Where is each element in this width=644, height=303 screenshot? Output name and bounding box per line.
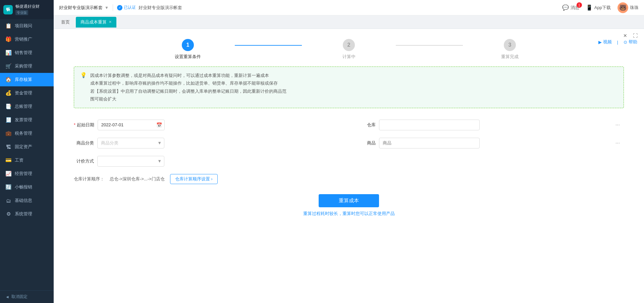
sidebar-item-inventory[interactable]: 🏠 库存核算 — [0, 73, 54, 86]
finance-icon: 💰 — [5, 90, 11, 96]
sidebar-item-payroll[interactable]: 💳 工资 — [0, 154, 54, 167]
sidebar-label-inventory: 库存核算 — [15, 77, 32, 83]
pricing-label: 计价方式 — [74, 158, 94, 164]
sidebar-item-purchase[interactable]: 🛒 采购管理 — [0, 59, 54, 73]
calc-order-settings-button[interactable]: 仓库计算顺序设置 › — [170, 174, 218, 184]
help-link[interactable]: ⊙ 帮助 — [624, 39, 637, 45]
sidebar-label-sales: 销售管理 — [15, 50, 32, 56]
base-icon: 🗂 — [5, 198, 11, 204]
account-dropdown-icon: ▼ — [105, 5, 109, 10]
sidebar-label-finance: 资金管理 — [15, 90, 32, 96]
form-row-1: 起始日期 📅 仓库 ··· — [74, 120, 624, 130]
shield-icon: ✓ — [117, 5, 122, 10]
sidebar-item-system[interactable]: ⚙ 系统管理 — [0, 207, 54, 221]
calc-order-label: 仓库计算顺序： — [74, 176, 104, 182]
calc-order-value: 总仓->深圳仓库->...->门店仓 — [110, 176, 165, 182]
calc-order-row: 仓库计算顺序： 总仓->深圳仓库->...->门店仓 仓库计算顺序设置 › — [74, 174, 624, 184]
calendar-icon[interactable]: 📅 — [156, 122, 162, 128]
step-2-circle: 2 — [343, 39, 355, 51]
wizard-step-1: 1 设置重算条件 — [141, 39, 235, 60]
sidebar-label-project: 项目顾问 — [15, 23, 32, 29]
user-avatar[interactable]: 🐻 珠珠 — [618, 2, 639, 13]
sidebar-item-operation[interactable]: 📈 经营管理 — [0, 167, 54, 180]
marketing-icon: 🎁 — [5, 36, 11, 42]
expand-icon: ⛶ — [633, 33, 638, 38]
operation-icon: 📈 — [5, 171, 11, 177]
invoice-icon: 🧾 — [5, 117, 11, 123]
sidebar-label-marketing: 营销推广 — [15, 36, 32, 42]
sidebar-item-assets[interactable]: 🏗 固定资产 — [0, 140, 54, 154]
recalc-section: 重算成本 重算过程耗时较长，重算时您可以正常使用产品 — [74, 194, 624, 217]
warehouse-more-icon[interactable]: ··· — [614, 122, 621, 128]
step-3-circle: 3 — [504, 39, 516, 51]
sidebar-label-invoice: 发票管理 — [15, 117, 32, 123]
sidebar-item-accounting[interactable]: 📑 总账管理 — [0, 100, 54, 113]
inventory-icon: 🏠 — [5, 77, 11, 83]
tabbar: 首页 商品成本重算 ✕ — [54, 15, 644, 29]
category-select[interactable]: 商品分类 — [97, 138, 164, 148]
start-date-input[interactable] — [98, 120, 165, 130]
system-icon: ⚙ — [5, 211, 11, 217]
close-window-button[interactable]: ✕ — [622, 32, 629, 39]
tab-recalc[interactable]: 商品成本重算 ✕ — [76, 17, 116, 28]
assets-icon: 🏗 — [5, 144, 11, 150]
warehouse-input[interactable] — [379, 120, 480, 130]
recalc-button[interactable]: 重算成本 — [319, 194, 379, 207]
sidebar-item-tax[interactable]: 💼 税务管理 — [0, 127, 54, 140]
info-text: 因成本计算参数调整，或是对商品成本有疑问时，可以通过成本重算功能，重新计算一遍成… — [90, 72, 286, 103]
app-download-button[interactable]: 📱 App下载 — [586, 4, 611, 11]
unpin-icon: ◄ — [5, 295, 9, 299]
pricing-select-wrapper: ▼ — [97, 156, 164, 167]
warehouse-label: 仓库 — [356, 122, 376, 128]
tab-recalc-label: 商品成本重算 — [80, 19, 107, 25]
product-input[interactable] — [379, 138, 480, 148]
recalc-hint: 重算过程耗时较长，重算时您可以正常使用产品 — [303, 211, 395, 217]
avatar: 🐻 — [618, 2, 628, 13]
sidebar-label-tax: 税务管理 — [15, 130, 32, 136]
message-icon: 💬 — [562, 4, 569, 11]
sidebar-item-expense[interactable]: 🔄 小畅报销 — [0, 180, 54, 194]
tab-home[interactable]: 首页 — [56, 17, 74, 28]
message-button[interactable]: 💬 消息 1 — [562, 4, 579, 11]
content-area: ✕ ⛶ 1 设置重算条件 2 计算中 — [54, 29, 644, 303]
help-video-link[interactable]: ▶ 视频 — [598, 39, 612, 45]
sidebar-item-sales[interactable]: 📊 销售管理 — [0, 46, 54, 59]
tab-close-icon[interactable]: ✕ — [109, 20, 112, 24]
product-more-icon[interactable]: ··· — [614, 140, 621, 146]
account-selector[interactable]: 好业财专业版演示帐套 ▼ — [59, 5, 109, 11]
username-label: 珠珠 — [630, 5, 639, 11]
payroll-icon: 💳 — [5, 157, 11, 163]
sidebar-label-assets: 固定资产 — [15, 144, 32, 150]
warehouse-wrapper: ··· — [379, 120, 624, 130]
sidebar-unpin-button[interactable]: ◄ 取消固定 — [0, 290, 54, 303]
product-label: 商品 — [356, 140, 376, 146]
topbar-right: 💬 消息 1 📱 App下载 🐻 珠珠 — [562, 2, 639, 13]
pricing-select[interactable] — [97, 156, 164, 167]
app-logo-icon: 畅 — [3, 5, 13, 14]
sidebar-label-system: 系统管理 — [15, 211, 32, 217]
sidebar-item-invoice[interactable]: 🧾 发票管理 — [0, 113, 54, 127]
expand-window-button[interactable]: ⛶ — [632, 32, 639, 39]
accounting-icon: 📑 — [5, 103, 11, 110]
sidebar-logo: 畅 畅捷通好业财 专业版 — [0, 0, 54, 19]
info-box: 💡 因成本计算参数调整，或是对商品成本有疑问时，可以通过成本重算功能，重新计算一… — [74, 67, 624, 108]
category-group: 商品分类 商品分类 ▼ — [74, 138, 342, 148]
wizard-help: ▶ 视频 | ⊙ 帮助 — [598, 39, 637, 45]
main-area: 好业财专业版演示帐套 ▼ ✓ 已认证 好业财专业版演示帐套 💬 消息 1 📱 A… — [54, 0, 644, 303]
wizard-step-2: 2 计算中 — [302, 39, 396, 60]
sidebar-item-project[interactable]: 📋 项目顾问 — [0, 19, 54, 33]
sidebar-item-marketing[interactable]: 🎁 营销推广 — [0, 33, 54, 46]
sidebar-item-base[interactable]: 🗂 基础信息 — [0, 194, 54, 207]
warehouse-group: 仓库 ··· — [356, 120, 624, 130]
play-icon: ▶ — [598, 40, 602, 45]
pricing-group: 计价方式 ▼ — [74, 156, 342, 167]
wizard-line-2 — [396, 45, 463, 46]
start-date-group: 起始日期 📅 — [74, 120, 342, 130]
sidebar-label-accounting: 总账管理 — [15, 103, 32, 110]
product-group: 商品 ··· — [356, 138, 624, 148]
product-wrapper: ··· — [379, 138, 624, 148]
topbar-divider — [113, 4, 113, 11]
sidebar-item-finance[interactable]: 💰 资金管理 — [0, 86, 54, 100]
start-date-wrapper: 📅 — [98, 120, 165, 130]
account-name: 好业财专业版演示帐套 — [59, 5, 103, 11]
